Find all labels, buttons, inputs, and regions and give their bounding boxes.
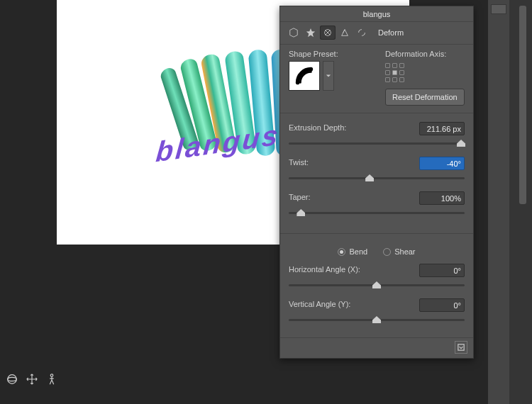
shape-preset-label: Shape Preset:: [289, 50, 368, 58]
vertical-angle-label: Vertical Angle (Y):: [289, 300, 350, 308]
properties-panel: blangus Deform Shape Preset: D: [279, 6, 474, 359]
panel-title: blangus: [280, 6, 473, 22]
tab-label: Deform: [378, 28, 404, 37]
extrusion-depth-value[interactable]: [419, 122, 465, 135]
deformation-axis-label: Deformation Axis:: [385, 50, 465, 58]
tab-mesh-icon[interactable]: [286, 26, 301, 40]
horizontal-angle-slider[interactable]: [289, 281, 465, 290]
extrusion-depth-label: Extrusion Depth:: [289, 123, 346, 132]
shear-radio-label: Shear: [394, 247, 415, 256]
tool-icons: [6, 373, 58, 388]
right-scrollbar[interactable]: [509, 0, 532, 404]
twist-value[interactable]: [419, 157, 465, 170]
svg-rect-1: [458, 344, 464, 350]
tab-material-icon[interactable]: [303, 26, 318, 40]
taper-slider[interactable]: [289, 209, 465, 218]
tab-cap-icon[interactable]: [337, 26, 353, 40]
shape-preset-dropdown[interactable]: [323, 61, 334, 91]
pan-icon[interactable]: [26, 373, 38, 388]
panel-menu-icon[interactable]: [455, 341, 467, 354]
twist-label: Twist:: [289, 158, 309, 167]
svg-point-4: [50, 374, 53, 377]
vertical-angle-value[interactable]: [419, 298, 465, 312]
svg-point-2: [8, 375, 17, 384]
bend-radio-label: Bend: [349, 247, 367, 256]
vertical-angle-slider[interactable]: [289, 316, 465, 325]
collapsed-panel-icon[interactable]: [491, 4, 506, 14]
reset-deformation-button[interactable]: Reset Deformation: [385, 89, 465, 106]
svg-point-3: [8, 377, 17, 381]
shear-radio[interactable]: Shear: [383, 247, 415, 256]
panel-tab-row: Deform: [280, 22, 473, 45]
taper-value[interactable]: [419, 191, 465, 205]
walk-icon[interactable]: [45, 373, 58, 388]
tab-environment-icon[interactable]: [354, 26, 370, 40]
deformation-axis-grid[interactable]: [385, 63, 405, 83]
extrusion-depth-slider[interactable]: [289, 140, 465, 148]
taper-label: Taper:: [289, 193, 311, 201]
bend-radio[interactable]: Bend: [338, 247, 367, 256]
twist-slider[interactable]: [289, 174, 465, 183]
horizontal-angle-value[interactable]: [419, 264, 465, 277]
orbit-icon[interactable]: [6, 373, 18, 388]
right-panel-strip: [488, 0, 509, 404]
tab-deform-icon[interactable]: [320, 26, 336, 40]
shape-preset-thumb[interactable]: [289, 61, 320, 91]
horizontal-angle-label: Horizontal Angle (X):: [289, 265, 360, 274]
